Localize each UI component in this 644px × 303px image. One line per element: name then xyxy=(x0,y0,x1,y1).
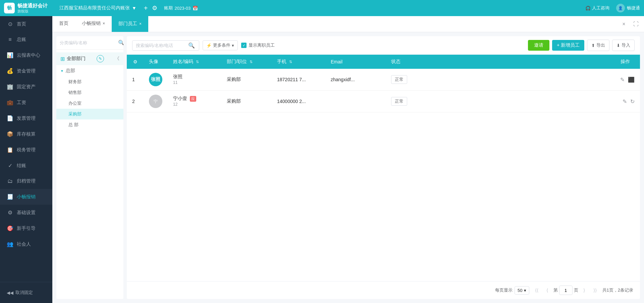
tab-close-btn[interactable]: × xyxy=(619,19,629,29)
tab-home[interactable]: 首页 xyxy=(52,16,75,32)
sort-phone-icon: ⇅ xyxy=(289,60,292,64)
row2-name: 宁小壹 应 12 xyxy=(168,91,221,112)
calendar-icon[interactable]: 📅 xyxy=(193,6,198,11)
dept-child-finance[interactable]: 财务部 xyxy=(56,77,123,87)
tab-expense-close[interactable]: × xyxy=(103,21,105,26)
sidebar-item-guide[interactable]: 🎯 新手引导 xyxy=(0,220,52,236)
checkbox-checked-icon: ✓ xyxy=(241,43,247,48)
page-number-input[interactable] xyxy=(559,286,573,295)
inner-content: 🔍 ⊞ 全部部门 ✎ 《 ▼ 总部 xyxy=(52,32,644,303)
export-icon: ⬆ xyxy=(591,43,595,48)
filter-dropdown-icon: ▾ xyxy=(232,43,234,48)
tab-home-label: 首页 xyxy=(59,20,68,27)
th-phone[interactable]: 手机 ⇅ xyxy=(272,55,325,69)
row1-dept: 采购部 xyxy=(221,69,272,91)
tab-employee[interactable]: 部门员工 × xyxy=(112,16,148,32)
dept-search-icon[interactable]: 🔍 xyxy=(118,40,123,46)
cancel-pin-label: 取消固定 xyxy=(15,290,33,296)
edit-icon[interactable]: ✎ xyxy=(623,98,627,105)
dept-child-sales[interactable]: 销售部 xyxy=(56,87,123,98)
sidebar-item-home[interactable]: ⊙ 首页 xyxy=(0,16,52,32)
export-btn[interactable]: ⬆ 导出 xyxy=(587,40,609,51)
logout-icon[interactable]: ⬛ xyxy=(628,77,635,83)
th-name[interactable]: 姓名/编码 ⇅ xyxy=(168,55,221,69)
tab-expand-btn[interactable]: ⛶ xyxy=(631,19,641,29)
main-layout: ⊙ 首页 ≡ 总账 📊 云报表中心 💰 资金管理 🏢 固定资产 💼 工资 📄 发… xyxy=(0,16,644,303)
dept-search-input[interactable] xyxy=(60,40,116,45)
th-action: 操作 xyxy=(419,55,640,69)
import-label: 导入 xyxy=(622,42,630,48)
archive-icon: 🗂 xyxy=(7,178,13,184)
sidebar-item-closing[interactable]: ✓ 结账 xyxy=(0,158,52,173)
company-selector[interactable]: 江西服宝精品有限责任公司内账张 ▼ xyxy=(56,4,140,12)
show-left-employees[interactable]: ✓ 显示离职员工 xyxy=(241,42,275,48)
content-area: 首页 小畅报销 × 部门员工 × × ⛶ 🔍 xyxy=(52,16,644,303)
employee-search-field[interactable]: 🔍 xyxy=(132,40,199,51)
user-menu[interactable]: 👤 畅捷通 xyxy=(616,4,640,12)
sidebar-item-label: 固定资产 xyxy=(17,84,36,90)
prev-page-btn[interactable]: ⟨ xyxy=(543,286,552,295)
last-page-btn[interactable]: ⟩⟩ xyxy=(590,286,600,295)
tab-expense[interactable]: 小畅报销 × xyxy=(75,16,112,32)
dept-child-office[interactable]: 办公室 xyxy=(56,98,123,109)
sidebar-item-fixed-assets[interactable]: 🏢 固定资产 xyxy=(0,79,52,95)
tab-employee-close[interactable]: × xyxy=(139,21,142,26)
more-filter-btn[interactable]: ⚡ 更多条件 ▾ xyxy=(203,40,238,50)
dept-child-general[interactable]: 总 部 xyxy=(56,119,123,130)
sidebar-item-general-ledger[interactable]: ≡ 总账 xyxy=(0,32,52,47)
tax-icon: 📋 xyxy=(7,147,13,153)
dept-edit-btn[interactable]: ✎ xyxy=(97,55,104,62)
sidebar-item-inventory[interactable]: 📦 库存核算 xyxy=(0,126,52,142)
th-dept[interactable]: 部门/职位 ⇅ xyxy=(221,55,272,69)
cancel-pin-btn[interactable]: ◀◀ 取消固定 xyxy=(0,286,52,299)
row1-no: 1 xyxy=(127,69,144,91)
sidebar-bottom: ◀◀ 取消固定 xyxy=(0,282,52,303)
sidebar-item-settings[interactable]: ⚙ 基础设置 xyxy=(0,205,52,220)
dept-all[interactable]: ⊞ 全部部门 ✎ 《 xyxy=(56,52,123,65)
pagination: 每页显示 50 ▾ ⟨⟨ ⟨ 第 页 xyxy=(127,281,640,299)
dept-child-procurement[interactable]: 采购部 xyxy=(56,109,123,119)
dept-collapse-btn[interactable]: 《 xyxy=(115,56,119,62)
next-page-btn[interactable]: ⟩ xyxy=(580,286,589,295)
sidebar-item-salary[interactable]: 💼 工资 xyxy=(0,95,52,110)
dept-parent-headquarter[interactable]: ▼ 总部 xyxy=(56,65,123,77)
user-name: 畅捷通 xyxy=(627,5,640,11)
sidebar-item-report-center[interactable]: 📊 云报表中心 xyxy=(0,47,52,63)
sidebar-item-label: 工资 xyxy=(17,100,26,106)
headset-icon: 🎧 xyxy=(585,6,591,11)
table-row: 2 宁 宁小壹 应 xyxy=(127,91,640,112)
triangle-icon: ▼ xyxy=(60,69,64,73)
sidebar-item-tax[interactable]: 📋 税务管理 xyxy=(0,142,52,158)
tab-bar-actions: × ⛶ xyxy=(619,19,641,29)
sidebar-item-invoice[interactable]: 📄 发票管理 xyxy=(0,110,52,126)
page-size-dropdown[interactable]: 50 ▾ xyxy=(515,286,529,295)
sidebar-item-archive[interactable]: 🗂 归档管理 xyxy=(0,173,52,189)
sidebar-item-label: 小畅报销 xyxy=(17,194,36,200)
row2-action: ✎ ↻ xyxy=(419,91,640,112)
invite-btn[interactable]: 邀请 xyxy=(528,40,549,51)
employee-search-input[interactable] xyxy=(136,43,186,48)
first-page-btn[interactable]: ⟨⟨ xyxy=(532,286,541,295)
refresh-icon[interactable]: ↻ xyxy=(630,98,635,105)
add-employee-btn[interactable]: + 新增员工 xyxy=(552,40,584,51)
sidebar-item-funds[interactable]: 💰 资金管理 xyxy=(0,63,52,79)
settings-icon[interactable]: ⚙ xyxy=(152,4,157,12)
search-icon: 🔍 xyxy=(188,42,195,49)
period-label: 账期 xyxy=(164,5,173,11)
sidebar-item-label: 发票管理 xyxy=(17,115,36,121)
edit-icon[interactable]: ✎ xyxy=(620,77,625,83)
sidebar-item-partners[interactable]: 👥 社会人 xyxy=(0,236,52,252)
dept-all-label: 全部部门 xyxy=(67,56,86,62)
grid-icon: ⊞ xyxy=(60,56,65,62)
row2-status: 正常 xyxy=(386,91,419,112)
add-company-btn[interactable]: + xyxy=(144,4,148,12)
sidebar-item-expense[interactable]: 🧾 小畅报销 xyxy=(0,189,52,205)
import-btn[interactable]: ⬇ 导入 xyxy=(612,40,635,51)
ledger-icon: ≡ xyxy=(7,37,13,43)
left-panel: 🔍 ⊞ 全部部门 ✎ 《 ▼ 总部 xyxy=(56,36,123,299)
logo-sub: 旗舰版 xyxy=(17,9,48,14)
row1-email: zhangxidf... xyxy=(325,69,386,91)
sidebar-item-label: 资金管理 xyxy=(17,68,36,74)
th-settings[interactable]: ⚙ xyxy=(127,55,144,69)
ai-consult-btn[interactable]: 🎧 人工咨询 xyxy=(585,5,609,11)
